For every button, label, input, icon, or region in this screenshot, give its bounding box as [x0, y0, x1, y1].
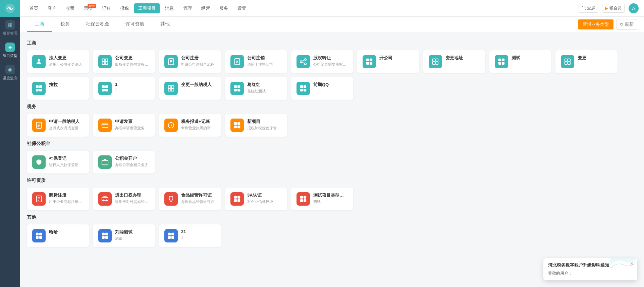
svg-rect-56	[102, 123, 108, 128]
service-card-t1[interactable]: 申请一般纳税人 当月或次月成变更完成	[27, 114, 89, 137]
svg-rect-76	[304, 196, 306, 198]
svg-rect-74	[238, 200, 240, 202]
service-card-q1[interactable]: 哈哈	[27, 224, 89, 247]
service-card-s2[interactable]: 公积金开户 办理公积金相关业务	[93, 151, 155, 173]
refresh-button[interactable]: ↻ 刷新	[616, 19, 637, 30]
nav-operation[interactable]: 经营	[197, 3, 214, 13]
card-icon-c7	[429, 55, 442, 68]
card-desc-c1: 适用于公司变更法人	[49, 62, 84, 67]
card-title-c7: 变更地址	[445, 55, 480, 61]
nav-bizproject[interactable]: 工商项目	[134, 3, 160, 13]
service-card-q3[interactable]: 21 1	[159, 224, 221, 247]
nav-tax[interactable]: 报税	[116, 3, 133, 13]
service-card-c10[interactable]: 拉拉	[27, 77, 89, 100]
nav-customer[interactable]: 客户	[44, 3, 60, 13]
nav-settings[interactable]: 设置	[233, 3, 250, 13]
card-desc-c3: 申请公司注册全流程	[181, 62, 216, 67]
svg-rect-81	[36, 236, 38, 238]
section-gongshang: 工商 法人变更 适用于公司变更法人 公司变更 股权变更外的业务变更	[27, 40, 637, 100]
service-card-x5[interactable]: 测试项目类型目定义 测试	[291, 188, 353, 210]
service-card-t2[interactable]: 申请发票 办理申请发票业务	[93, 114, 155, 137]
service-card-c1[interactable]: 法人变更 适用于公司变更法人	[27, 50, 89, 73]
card-icon-x5	[297, 192, 310, 206]
svg-rect-73	[234, 200, 236, 202]
service-card-x3[interactable]: 食品经营许可证 办理食品经营许可证	[159, 188, 221, 210]
svg-rect-86	[106, 236, 108, 238]
service-card-t4[interactable]: 新项目 报税加税控盘保管	[225, 114, 287, 137]
nav-billing[interactable]: 收费	[62, 3, 78, 13]
service-card-x4[interactable]: 3A认证 对企业信誉评级	[225, 188, 287, 210]
nav-message[interactable]: 消息	[161, 3, 178, 13]
svg-rect-85	[102, 236, 104, 238]
card-title-t3: 税务报道+记账	[181, 119, 216, 125]
service-card-c9[interactable]: 变更	[555, 50, 618, 73]
svg-rect-87	[168, 233, 170, 235]
new-type-button[interactable]: 新增业务类型	[578, 19, 613, 29]
svg-rect-3	[102, 59, 105, 61]
service-card-x1[interactable]: 商标注册 用于企业商标注册服务	[27, 188, 89, 210]
svg-rect-48	[238, 86, 240, 88]
svg-rect-34	[568, 62, 570, 64]
svg-line-17	[302, 60, 304, 62]
service-card-c14[interactable]: 前期QQ	[291, 77, 353, 100]
card-title-c11: 1	[115, 82, 150, 87]
tab-xuke[interactable]: 许可资质	[117, 17, 152, 32]
card-icon-c3	[164, 55, 178, 68]
service-card-s1[interactable]: 社保登记 进行人员社保登记	[27, 151, 89, 173]
card-text-s1: 社保登记 进行人员社保登记	[49, 155, 84, 167]
svg-rect-22	[370, 62, 372, 64]
sidebar: ▦ 项目管理 ◈ 项目类型 ◉ 进度监测	[0, 0, 20, 287]
service-card-c4[interactable]: 公司注销 适用于注销公司	[225, 50, 287, 73]
tab-qita[interactable]: 其他	[152, 17, 178, 32]
card-desc-x5: 测试	[313, 199, 348, 204]
card-text-c10: 拉拉	[49, 82, 84, 89]
service-card-q2[interactable]: 刘聪测试 测试	[93, 224, 155, 247]
service-card-t3[interactable]: 税务报道+记账 拿到营业执照的新公司	[159, 114, 221, 137]
nav-manage[interactable]: 管理	[179, 3, 196, 13]
cards-grid-xuke: 商标注册 用于企业商标注册服务 进出口权办理 适用于对外贸易经营者 食品经营许可…	[27, 188, 637, 210]
sidebar-item-progress[interactable]: ◉ 进度监测	[0, 62, 20, 84]
tab-gongshang[interactable]: 工商	[27, 17, 52, 32]
nav-service[interactable]: 服务	[215, 3, 232, 13]
service-card-c7[interactable]: 变更地址	[423, 50, 485, 73]
card-text-c3: 公司注册 申请公司注册全流程	[181, 55, 216, 67]
card-text-x1: 商标注册 用于企业商标注册服务	[49, 192, 84, 204]
fullscreen-button[interactable]: ⛶ 全屏	[579, 4, 598, 13]
svg-rect-40	[106, 86, 108, 88]
service-card-c2[interactable]: 公司变更 股权变更外的业务变更	[93, 50, 155, 73]
card-desc-q3: 1	[181, 235, 216, 239]
card-text-q3: 21 1	[181, 229, 216, 239]
svg-rect-46	[171, 89, 174, 91]
nav-home[interactable]: 首页	[25, 3, 42, 13]
sidebar-item-project-mgmt[interactable]: ▦ 项目管理	[0, 17, 20, 39]
service-card-c13[interactable]: 葛红红 葛红红测试	[225, 77, 287, 100]
card-desc-t2: 办理申请发票业务	[115, 126, 150, 131]
section-title-shuiwu: 税务	[27, 104, 637, 110]
tab-shuiwu[interactable]: 税务	[52, 17, 78, 32]
card-title-c6: 开公司	[379, 55, 414, 61]
card-title-c13: 葛红红	[247, 82, 282, 88]
card-text-t3: 税务报道+记账 拿到营业执照的新公司	[181, 119, 216, 131]
avatar[interactable]: A	[629, 3, 639, 13]
service-card-c3[interactable]: 公司注册 申请公司注册全流程	[159, 50, 221, 73]
card-icon-s1	[32, 155, 46, 169]
service-card-c6[interactable]: 开公司	[357, 50, 419, 73]
nav-accounting[interactable]: 记账	[98, 3, 115, 13]
card-desc-x1: 用于企业商标注册服务	[49, 199, 84, 204]
service-card-x2[interactable]: 进出口权办理 适用于对外贸易经营者	[93, 188, 155, 210]
member-button[interactable]: ▶ 畅会员	[602, 4, 625, 13]
topnav-items: 首页 客户 收费 票据 new 记账 报税 工商项目 消息 管理 经营 服务 设…	[25, 3, 579, 13]
card-title-q1: 哈哈	[49, 229, 84, 235]
sidebar-logo[interactable]	[0, 0, 20, 17]
service-card-c11[interactable]: 1 1	[93, 77, 155, 100]
card-text-c9: 变更	[578, 55, 612, 62]
nav-invoice[interactable]: 票据 new	[80, 3, 97, 13]
service-card-c5[interactable]: 股权转让 公司变更需要股权转让	[291, 50, 353, 73]
service-card-c8[interactable]: 测试	[489, 50, 551, 73]
svg-rect-49	[234, 89, 236, 91]
service-card-c12[interactable]: 变更一般纳税人	[159, 77, 221, 100]
sidebar-item-project-type[interactable]: ◈ 项目类型	[0, 39, 20, 62]
card-icon-c12	[164, 82, 178, 95]
tab-shebao[interactable]: 社保公积金	[78, 17, 117, 32]
card-desc-q2: 测试	[115, 236, 150, 241]
